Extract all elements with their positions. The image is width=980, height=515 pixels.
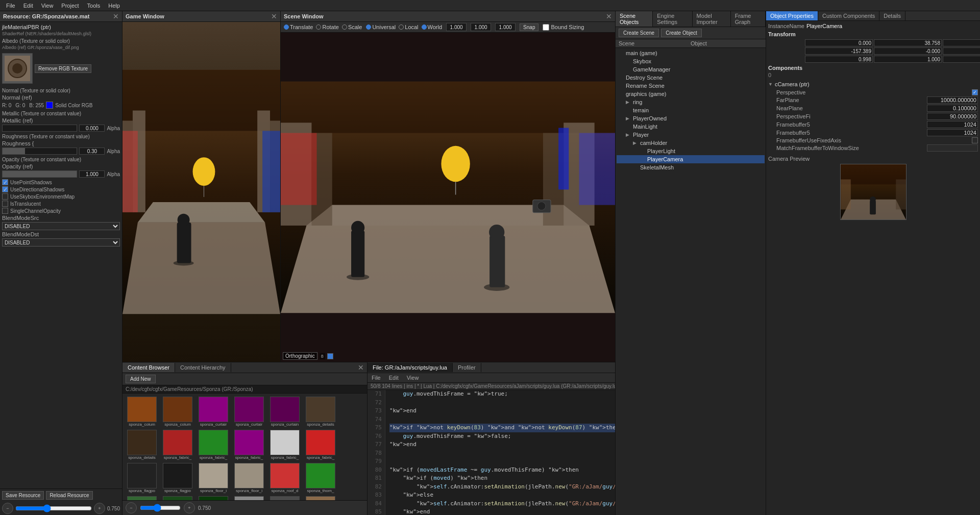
opacity-slider[interactable] (2, 170, 77, 178)
tree-item-12[interactable]: PlayerLight (617, 147, 765, 155)
cam-prop-wide-7[interactable] (927, 144, 978, 152)
snap-btn[interactable]: Snap (520, 23, 538, 31)
cam-checkbox-0[interactable]: ✓ (972, 89, 978, 95)
tree-item-1[interactable]: Skybox (617, 57, 765, 65)
tab-frame-graph[interactable]: Frame Graph (731, 11, 766, 27)
asset-item-17[interactable]: sponza_thorn_ (303, 462, 338, 494)
tab-details[interactable]: Details (879, 11, 905, 20)
tree-item-6[interactable]: ▶ring (617, 98, 765, 106)
asset-item-23[interactable]: vase_dif.png (303, 495, 338, 500)
transform-val-0-2[interactable] (943, 39, 980, 46)
content-browser-close[interactable]: ✕ (355, 362, 367, 373)
icon-scale-minus[interactable]: − (2, 503, 13, 514)
add-new-btn[interactable]: Add New (126, 375, 156, 383)
cam-prop-input-4[interactable] (927, 121, 978, 128)
asset-item-12[interactable]: sponza_flagpo (125, 462, 159, 494)
asset-item-14[interactable]: sponza_floor_i (196, 462, 231, 494)
scene-window-close[interactable]: ✕ (606, 13, 612, 20)
checkbox-3[interactable] (2, 201, 8, 207)
transform-val-0-0[interactable] (805, 39, 873, 46)
menu-item-edit[interactable]: Edit (19, 2, 37, 10)
bound-sizing-toggle[interactable]: Bound Sizing (543, 24, 584, 31)
tab-engine-settings[interactable]: Engine Settings (653, 11, 692, 27)
cam-checkbox-6[interactable] (972, 137, 978, 143)
blend-mode-dst-select[interactable]: DISABLED (2, 238, 120, 247)
code-lines[interactable]: guy.movedThisFrame = "kw">true; "kw">end… (385, 390, 615, 515)
editor-file-menu[interactable]: File (370, 374, 383, 381)
translate-radio[interactable]: Translate (284, 24, 313, 30)
snap-val2[interactable] (471, 23, 491, 31)
menu-item-project[interactable]: Project (57, 2, 83, 10)
tab-custom-components[interactable]: Custom Components (818, 11, 879, 20)
rotate-radio[interactable]: Rotate (316, 24, 338, 30)
tree-item-8[interactable]: ▶PlayerOwned (617, 114, 765, 122)
asset-item-19[interactable]: sponza_thorn_ (160, 495, 195, 500)
content-zoom-out[interactable]: − (126, 502, 137, 513)
menu-item-file[interactable]: File (2, 2, 19, 10)
tab-content-hierarchy[interactable]: Content Hierarchy (175, 363, 231, 372)
menu-item-help[interactable]: Help (104, 2, 124, 10)
left-panel-close[interactable]: ✕ (113, 13, 119, 20)
tree-item-3[interactable]: Destroy Scene (617, 73, 765, 82)
comp-camera-item[interactable]: ▼ cCamera (ptr) (768, 80, 978, 88)
cam-prop-input-3[interactable] (927, 113, 978, 120)
metallic-slider[interactable] (2, 125, 77, 132)
transform-val-1-2[interactable] (943, 47, 980, 55)
tab-scene-objects[interactable]: Scene Objects (616, 11, 653, 27)
blend-mode-src-select[interactable]: DISABLED (2, 222, 120, 230)
create-scene-btn[interactable]: Create Scene (619, 29, 659, 37)
icon-scale-slider[interactable] (15, 506, 92, 511)
icon-scale-plus[interactable]: + (94, 503, 105, 514)
game-window-close[interactable]: ✕ (271, 13, 277, 20)
menu-item-tools[interactable]: Tools (83, 2, 105, 10)
asset-item-16[interactable]: sponza_roof_d (267, 462, 302, 494)
tab-content-browser[interactable]: Content Browser (122, 363, 175, 372)
asset-item-4[interactable]: sponza_curtain (267, 396, 302, 428)
asset-item-7[interactable]: sponza_fabric_ (160, 429, 195, 461)
save-resource-btn[interactable]: Save Resource (2, 491, 44, 500)
asset-item-0[interactable]: sponza_colum (125, 396, 159, 428)
tab-guy-lua[interactable]: File: GR:/aJam/scripts/guy.lua (368, 363, 453, 372)
remove-rgb-btn[interactable]: Remove RGB Texture (35, 64, 91, 73)
asset-item-8[interactable]: sponza_fabric_ (196, 429, 231, 461)
reload-resource-btn[interactable]: Reload Resource (46, 491, 92, 500)
transform-val-2-1[interactable] (874, 56, 942, 63)
create-object-btn[interactable]: Create Object (661, 29, 702, 37)
asset-item-15[interactable]: sponza_floor_i (232, 462, 266, 494)
color-swatch[interactable] (46, 102, 53, 109)
tree-item-10[interactable]: ▶Player (617, 131, 765, 139)
checkbox-1[interactable]: ✓ (2, 186, 8, 192)
roughness-input[interactable] (79, 148, 105, 155)
tab-model-importer[interactable]: Model Importer (693, 11, 731, 27)
metallic-input[interactable] (79, 125, 105, 132)
transform-val-1-0[interactable] (805, 47, 873, 55)
snap-val1[interactable] (446, 23, 467, 31)
transform-val-0-1[interactable] (874, 39, 942, 46)
asset-item-2[interactable]: sponza_curtair (196, 396, 231, 428)
asset-item-3[interactable]: sponza_curtair (232, 396, 266, 428)
tab-object-properties[interactable]: Object Properties (766, 11, 818, 20)
asset-item-1[interactable]: sponza_colum (160, 396, 195, 428)
scale-radio[interactable]: Scale (342, 24, 362, 30)
asset-item-9[interactable]: sponza_fabric_ (232, 429, 266, 461)
tree-item-5[interactable]: graphics (game) (617, 90, 765, 98)
tree-item-14[interactable]: SkeletalMesh (617, 163, 765, 171)
asset-item-20[interactable]: sponza_thorn_ (196, 495, 231, 500)
cam-prop-input-1[interactable] (927, 96, 978, 104)
asset-item-18[interactable]: sponza_thorn_ (125, 495, 159, 500)
tree-item-9[interactable]: MainLight (617, 122, 765, 131)
checkbox-0[interactable]: ✓ (2, 179, 8, 185)
cam-prop-input-5[interactable] (927, 129, 978, 136)
universal-radio[interactable]: Universal (366, 24, 396, 30)
asset-item-5[interactable]: sponza_details (303, 396, 338, 428)
tab-profiler[interactable]: Profiler (453, 363, 481, 372)
asset-item-6[interactable]: sponza_details (125, 429, 159, 461)
menu-item-view[interactable]: View (37, 2, 58, 10)
world-radio[interactable]: World (422, 24, 443, 30)
transform-val-2-2[interactable] (943, 56, 980, 63)
snap-val3[interactable] (495, 23, 516, 31)
tree-item-4[interactable]: Rename Scene (617, 82, 765, 90)
tree-item-0[interactable]: main (game) (617, 49, 765, 57)
checkbox-4[interactable] (2, 208, 8, 214)
tree-item-13[interactable]: PlayerCamera (617, 155, 765, 163)
